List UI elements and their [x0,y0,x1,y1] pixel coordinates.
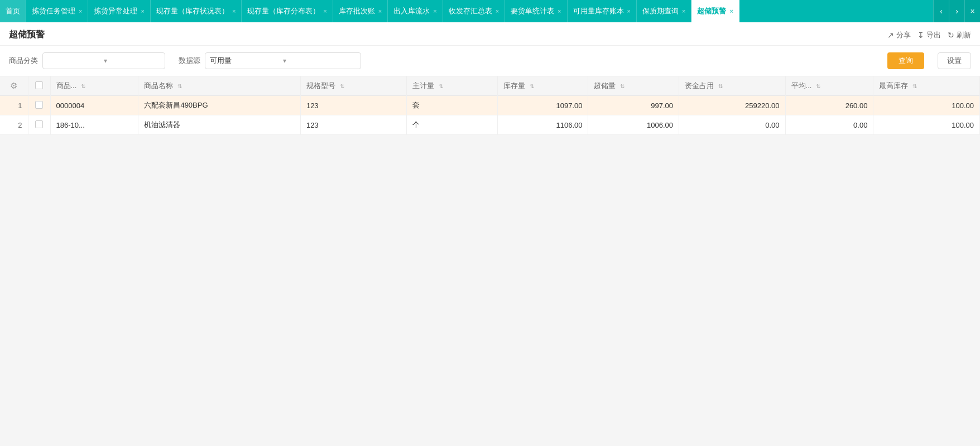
nav-item-expiry[interactable]: 保质期查询 × [637,0,691,22]
export-icon: ↧ [917,31,924,40]
row-name: 机油滤清器 [138,115,301,135]
sort-icon: ⇅ [620,83,624,89]
nav-item-stock-status[interactable]: 现存量（库存状况表） × [151,0,242,22]
close-icon[interactable]: × [433,8,436,14]
nav-bar: 首页 拣货任务管理 × 拣货异常处理 × 现存量（库存状况表） × 现存量（库存… [0,0,980,22]
row-capital: 0.00 [679,115,785,135]
close-icon[interactable]: × [627,8,631,14]
close-icon[interactable]: × [141,8,144,14]
row-unit: 个 [407,115,498,135]
col-stock-header[interactable]: 库存量 ⇅ [497,76,588,96]
gear-icon[interactable]: ⚙ [10,81,17,90]
row-index: 2 [0,115,28,135]
settings-button[interactable]: 设置 [938,52,971,69]
close-icon[interactable]: × [729,8,733,14]
row-checkbox-cell [28,96,50,115]
row-stock: 1097.00 [497,96,588,115]
page-title: 超储预警 [9,29,45,41]
close-icon[interactable]: × [323,8,326,14]
row-spec: 123 [300,96,406,115]
nav-item-home[interactable]: 首页 [0,0,26,22]
refresh-icon: ↻ [948,31,954,40]
close-icon[interactable]: × [496,8,499,14]
row-checkbox-cell [28,115,50,135]
row-avg: 0.00 [785,115,873,135]
row-maxstock: 100.00 [873,115,980,135]
sort-icon: ⇅ [81,83,85,89]
category-label: 商品分类 [9,56,38,66]
nav-item-inout[interactable]: 出入库流水 × [388,0,443,22]
chevron-down-icon: ▾ [104,57,160,65]
data-table: ⚙ 商品... ⇅ 商品名称 ⇅ 规格型号 ⇅ 主计量 [0,76,980,135]
close-icon[interactable]: × [378,8,382,14]
chevron-down-icon: ▾ [283,57,356,65]
row-checkbox[interactable] [35,101,43,109]
col-capital-header[interactable]: 资金占用 ⇅ [679,76,785,96]
sort-icon: ⇅ [816,83,820,89]
datasource-label: 数据源 [179,56,200,66]
row-spec: 123 [300,115,406,135]
sort-icon: ⇅ [439,83,443,89]
close-icon[interactable]: × [79,8,82,14]
nav-arrows: ‹ › × [933,0,980,22]
share-button[interactable]: ↗ 分享 [887,30,911,40]
nav-item-order-stat[interactable]: 要货单统计表 × [505,0,567,22]
filter-area: 商品分类 ▾ 数据源 可用量 ▾ 查询 设置 [0,46,980,76]
sort-icon: ⇅ [340,83,344,89]
sort-icon: ⇅ [530,83,534,89]
nav-item-available[interactable]: 可用量库存账本 × [568,0,637,22]
col-settings-header: ⚙ [0,76,28,96]
row-overstock: 997.00 [588,96,679,115]
row-maxstock: 100.00 [873,96,980,115]
export-button[interactable]: ↧ 导出 [917,30,941,40]
col-maxstock-header[interactable]: 最高库存 ⇅ [873,76,980,96]
row-overstock: 1006.00 [588,115,679,135]
table-row: 2 186-10... 机油滤清器 123 个 1106.00 1006.00 … [0,115,980,135]
nav-item-overstock[interactable]: 超储预警 × [691,0,739,22]
nav-item-exception[interactable]: 拣货异常处理 × [88,0,150,22]
row-unit: 套 [407,96,498,115]
nav-item-summary[interactable]: 收发存汇总表 × [443,0,505,22]
close-icon[interactable]: × [232,8,236,14]
col-name-header[interactable]: 商品名称 ⇅ [138,76,301,96]
nav-item-task-mgmt[interactable]: 拣货任务管理 × [26,0,88,22]
col-unit-header[interactable]: 主计量 ⇅ [407,76,498,96]
page-header: 超储预警 ↗ 分享 ↧ 导出 ↻ 刷新 [0,22,980,46]
close-icon[interactable]: × [558,8,561,14]
sort-icon: ⇅ [912,83,917,89]
category-select[interactable]: ▾ [42,52,165,69]
col-code-header[interactable]: 商品... ⇅ [50,76,138,96]
table-row: 1 0000004 六配套新昌490BPG 123 套 1097.00 997.… [0,96,980,115]
col-checkbox-header [28,76,50,96]
category-filter-group: 商品分类 ▾ [9,52,165,69]
col-spec-header[interactable]: 规格型号 ⇅ [300,76,406,96]
close-icon[interactable]: × [682,8,685,14]
sort-icon: ⇅ [177,83,182,89]
nav-prev-button[interactable]: ‹ [933,0,949,22]
table-header-row: ⚙ 商品... ⇅ 商品名称 ⇅ 规格型号 ⇅ 主计量 [0,76,980,96]
row-name: 六配套新昌490BPG [138,96,301,115]
row-capital: 259220.00 [679,96,785,115]
datasource-select[interactable]: 可用量 ▾ [205,52,361,69]
sort-icon: ⇅ [718,83,723,89]
header-actions: ↗ 分享 ↧ 导出 ↻ 刷新 [887,30,971,40]
select-all-checkbox[interactable] [35,81,43,89]
nav-next-button[interactable]: › [949,0,964,22]
nav-item-stock-dist[interactable]: 现存量（库存分布表） × [242,0,333,22]
row-index: 1 [0,96,28,115]
col-overstock-header[interactable]: 超储量 ⇅ [588,76,679,96]
nav-close-button[interactable]: × [964,0,980,22]
row-checkbox[interactable] [35,120,43,128]
nav-item-batch[interactable]: 库存批次账 × [333,0,388,22]
row-code: 0000004 [50,96,138,115]
query-button[interactable]: 查询 [887,52,924,69]
refresh-button[interactable]: ↻ 刷新 [948,30,971,40]
row-avg: 260.00 [785,96,873,115]
col-avg-header[interactable]: 平均... ⇅ [785,76,873,96]
row-code: 186-10... [50,115,138,135]
row-stock: 1106.00 [497,115,588,135]
datasource-filter-group: 数据源 可用量 ▾ [179,52,361,69]
share-icon: ↗ [887,31,894,40]
table-container: ⚙ 商品... ⇅ 商品名称 ⇅ 规格型号 ⇅ 主计量 [0,76,980,135]
